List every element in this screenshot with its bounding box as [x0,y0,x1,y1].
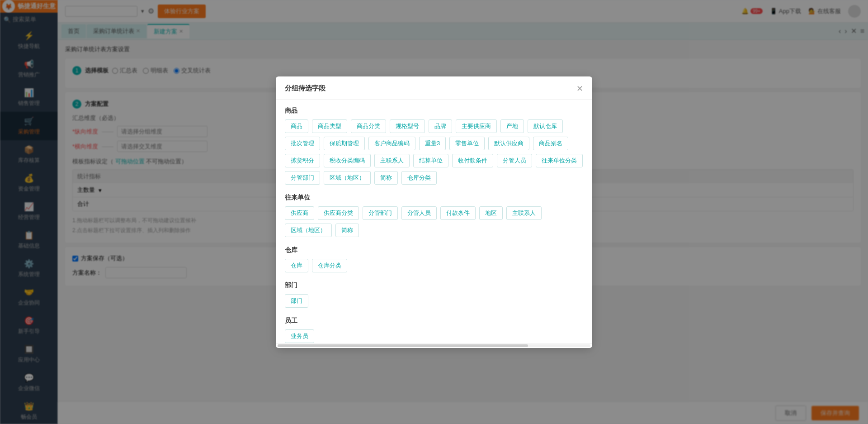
field-chip[interactable]: 付款条件 [440,206,476,220]
field-chip[interactable]: 往来单位分类 [536,154,583,167]
field-chip[interactable]: 默认供应商 [488,137,529,150]
field-chip[interactable]: 分管部门 [363,206,398,220]
field-section-warehouse: 仓库仓库仓库分类 [285,246,583,272]
modal-overlay: 分组待选字段 ✕ 商品商品商品类型商品分类规格型号品牌主要供应商产地默认仓库批次… [0,0,868,424]
field-chip[interactable]: 地区 [479,206,503,220]
field-chip[interactable]: 主联系人 [374,154,410,167]
field-chip[interactable]: 业务员 [285,329,314,343]
field-chip[interactable]: 分管人员 [401,206,437,220]
field-chip[interactable]: 拣货积分 [285,154,320,167]
field-chip[interactable]: 区域（地区） [285,224,332,237]
field-chip[interactable]: 供应商 [285,206,314,220]
field-select-modal: 分组待选字段 ✕ 商品商品商品类型商品分类规格型号品牌主要供应商产地默认仓库批次… [276,76,592,348]
field-grid-employee: 业务员 [285,329,583,343]
field-chip[interactable]: 主联系人 [506,206,542,220]
field-chip[interactable]: 简称 [335,224,359,237]
field-chip[interactable]: 商品 [285,119,308,133]
field-section-product: 商品商品商品类型商品分类规格型号品牌主要供应商产地默认仓库批次管理保质期管理客户… [285,107,583,185]
field-chip[interactable]: 收付款条件 [452,154,493,167]
field-chip[interactable]: 仓库分类 [312,259,347,272]
field-chip[interactable]: 重量3 [419,137,446,150]
field-chip[interactable]: 结算单位 [413,154,448,167]
field-chip[interactable]: 客户商品编码 [368,137,415,150]
field-chip[interactable]: 供应商分类 [318,206,359,220]
field-chip[interactable]: 商品分类 [351,119,386,133]
field-chip[interactable]: 主要供应商 [456,119,497,133]
field-section-partner: 往来单位供应商供应商分类分管部门分管人员付款条件地区主联系人区域（地区）简称 [285,194,583,237]
modal-header: 分组待选字段 ✕ [276,76,592,100]
modal-body[interactable]: 商品商品商品类型商品分类规格型号品牌主要供应商产地默认仓库批次管理保质期管理客户… [276,100,592,344]
field-chip[interactable]: 保质期管理 [324,137,365,150]
field-chip[interactable]: 零售单位 [449,137,485,150]
field-chip[interactable]: 商品别名 [533,137,568,150]
field-section-employee: 员工业务员 [285,317,583,343]
field-chip[interactable]: 部门 [285,294,308,308]
modal-horizontal-scrollbar[interactable] [276,343,592,348]
field-section-title-employee: 员工 [285,317,583,325]
field-chip[interactable]: 简称 [374,171,398,185]
field-chip[interactable]: 默认仓库 [528,119,563,133]
modal-close-btn[interactable]: ✕ [576,84,583,94]
field-grid-warehouse: 仓库仓库分类 [285,259,583,272]
field-grid-department: 部门 [285,294,583,308]
field-chip[interactable]: 分管人员 [497,154,532,167]
field-chip[interactable]: 区域（地区） [324,171,371,185]
field-chip[interactable]: 产地 [500,119,524,133]
field-section-title-partner: 往来单位 [285,194,583,202]
field-section-title-department: 部门 [285,281,583,290]
field-section-department: 部门部门 [285,281,583,308]
field-chip[interactable]: 批次管理 [285,137,320,150]
field-chip[interactable]: 规格型号 [390,119,425,133]
field-section-title-warehouse: 仓库 [285,246,583,254]
field-chip[interactable]: 仓库 [285,259,308,272]
field-chip[interactable]: 品牌 [429,119,452,133]
field-chip[interactable]: 商品类型 [312,119,347,133]
field-section-title-product: 商品 [285,107,583,115]
field-chip[interactable]: 仓库分类 [401,171,437,185]
field-chip[interactable]: 税收分类编码 [324,154,371,167]
field-chip[interactable]: 分管部门 [285,171,320,185]
modal-title: 分组待选字段 [285,84,326,93]
field-grid-partner: 供应商供应商分类分管部门分管人员付款条件地区主联系人区域（地区）简称 [285,206,583,237]
field-grid-product: 商品商品类型商品分类规格型号品牌主要供应商产地默认仓库批次管理保质期管理客户商品… [285,119,583,185]
